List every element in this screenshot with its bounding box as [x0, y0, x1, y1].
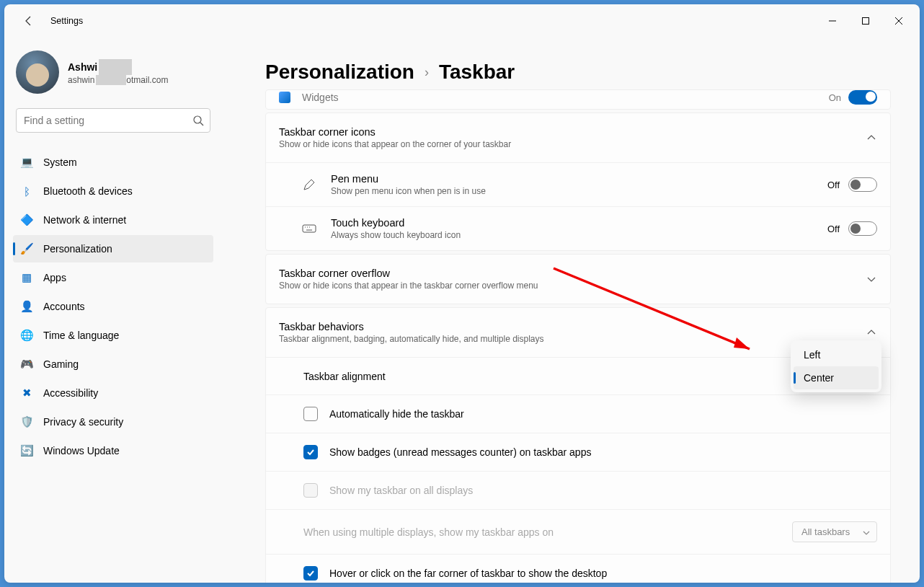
corner-icons-header[interactable]: Taskbar corner icons Show or hide icons …	[266, 113, 890, 162]
section-corner-icons: Taskbar corner icons Show or hide icons …	[265, 112, 891, 251]
multi-display-select[interactable]: All taskbars	[792, 521, 877, 542]
apps-icon: ▦	[20, 271, 33, 284]
pen-menu-toggle[interactable]	[848, 177, 877, 192]
nav-update[interactable]: 🔄Windows Update	[13, 437, 213, 464]
hover-corner-row: Hover or click on the far corner of task…	[266, 554, 890, 583]
user-profile[interactable]: Ashwi ashwinotmail.com	[13, 37, 213, 108]
accounts-icon: 👤	[20, 300, 33, 313]
nav-accessibility[interactable]: ✖Accessibility	[13, 379, 213, 407]
gaming-icon: 🎮	[20, 358, 33, 371]
all-displays-checkbox	[303, 483, 318, 498]
chevron-up-icon	[866, 327, 877, 338]
chevron-down-icon	[866, 273, 877, 285]
nav-personalization[interactable]: 🖌️Personalization	[13, 235, 213, 262]
personalization-icon: 🖌️	[20, 242, 33, 255]
network-icon: 🔷	[20, 213, 33, 226]
maximize-button[interactable]	[849, 9, 882, 32]
breadcrumb: Personalization › Taskbar	[265, 37, 891, 89]
window-controls	[816, 9, 915, 32]
chevron-up-icon	[866, 132, 877, 144]
minimize-icon	[829, 17, 836, 25]
widgets-toggle[interactable]	[848, 90, 877, 105]
nav: 💻System ᛒBluetooth & devices 🔷Network & …	[13, 149, 213, 583]
chevron-down-icon	[862, 529, 871, 537]
pen-menu-row: Pen menu Show pen menu icon when pen is …	[266, 162, 890, 206]
alignment-option-center[interactable]: Center	[794, 366, 879, 389]
nav-apps[interactable]: ▦Apps	[13, 264, 213, 291]
user-email: ashwinotmail.com	[68, 75, 168, 86]
maximize-icon	[862, 17, 869, 25]
body: Ashwi ashwinotmail.com 💻System ᛒBluetoot…	[4, 37, 920, 583]
accessibility-icon: ✖	[20, 387, 33, 400]
breadcrumb-current: Taskbar	[439, 61, 515, 84]
arrow-left-icon	[23, 15, 35, 27]
main-content: Personalization › Taskbar Widgets On Tas…	[222, 37, 920, 583]
nav-accounts[interactable]: 👤Accounts	[13, 293, 213, 320]
pen-icon	[302, 177, 318, 192]
sidebar: Ashwi ashwinotmail.com 💻System ᛒBluetoot…	[4, 37, 222, 583]
search-icon	[192, 115, 204, 126]
badges-checkbox[interactable]	[303, 445, 318, 459]
section-overflow: Taskbar corner overflow Show or hide ico…	[265, 254, 891, 304]
nav-bluetooth[interactable]: ᛒBluetooth & devices	[13, 177, 213, 205]
search-wrap	[16, 108, 210, 133]
back-button[interactable]	[16, 8, 42, 34]
touch-keyboard-row: Touch keyboard Always show touch keyboar…	[266, 206, 890, 250]
auto-hide-row: Automatically hide the taskbar	[266, 394, 890, 433]
alignment-dropdown: Left Center	[791, 340, 881, 392]
keyboard-icon	[302, 221, 318, 236]
system-icon: 💻	[20, 156, 33, 169]
nav-gaming[interactable]: 🎮Gaming	[13, 350, 213, 378]
chevron-right-icon: ›	[425, 65, 429, 80]
bluetooth-icon: ᛒ	[20, 185, 33, 198]
svg-rect-6	[303, 225, 316, 232]
auto-hide-checkbox[interactable]	[303, 407, 318, 421]
settings-window: Settings Ashwi ashwinotmail.com 💻System	[4, 4, 920, 583]
close-icon	[895, 17, 902, 25]
all-displays-row: Show my taskbar on all displays	[266, 471, 890, 509]
time-icon: 🌐	[20, 329, 33, 342]
window-title: Settings	[50, 16, 83, 26]
overflow-header[interactable]: Taskbar corner overflow Show or hide ico…	[266, 255, 890, 304]
update-icon: 🔄	[20, 444, 33, 457]
multi-display-row: When using multiple displays, show my ta…	[266, 509, 890, 554]
nav-privacy[interactable]: 🛡️Privacy & security	[13, 408, 213, 436]
widgets-row-clipped[interactable]: Widgets On	[265, 89, 891, 110]
search-input[interactable]	[16, 108, 210, 133]
privacy-icon: 🛡️	[20, 415, 33, 428]
nav-time[interactable]: 🌐Time & language	[13, 322, 213, 349]
alignment-option-left[interactable]: Left	[794, 343, 879, 366]
touch-keyboard-toggle[interactable]	[848, 221, 877, 236]
user-name: Ashwi	[68, 59, 168, 75]
nav-network[interactable]: 🔷Network & internet	[13, 206, 213, 234]
titlebar: Settings	[4, 4, 920, 37]
svg-line-5	[200, 123, 203, 125]
close-button[interactable]	[882, 9, 915, 32]
badges-row: Show badges (unread messages counter) on…	[266, 433, 890, 471]
svg-point-4	[194, 116, 201, 123]
svg-rect-1	[863, 18, 869, 25]
nav-system[interactable]: 💻System	[13, 149, 213, 176]
alignment-row: Taskbar alignment Left Center	[266, 357, 890, 394]
minimize-button[interactable]	[816, 9, 849, 32]
widgets-icon	[279, 92, 290, 103]
breadcrumb-parent[interactable]: Personalization	[265, 61, 414, 84]
hover-corner-checkbox[interactable]	[303, 566, 318, 581]
redacted-block	[99, 59, 132, 75]
avatar	[16, 50, 59, 94]
section-behaviors: Taskbar behaviors Taskbar alignment, bad…	[265, 307, 891, 583]
